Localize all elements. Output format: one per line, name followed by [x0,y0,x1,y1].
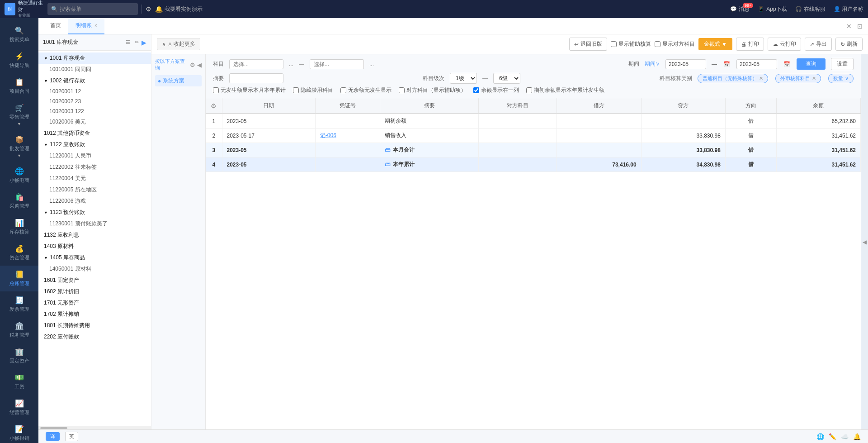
tree-item-1001[interactable]: ▼ 1001 库存现金 [38,52,151,64]
setting-btn[interactable]: 设置 [831,58,854,70]
system-scheme-item[interactable]: ● 系统方案 [155,75,202,86]
sidebar-item-wholesale[interactable]: 📦 批发管理 ▼ [0,131,38,162]
tree-item-1123[interactable]: ▼ 1123 预付账款 [38,207,151,218]
tag-quantity[interactable]: 数量 ∨ [828,74,854,83]
sidebar-item-assets[interactable]: 🏢 固定资产 [0,343,38,369]
tree-edit-icon[interactable]: ✏ [135,39,139,45]
checkbox-opening-balance[interactable]: 期初余额显示本年累计发生额 [526,86,604,94]
aux-checkbox-input[interactable] [611,41,617,47]
demo-link[interactable]: 🔔 我要看实例演示 [155,5,203,13]
col-settings-icon[interactable]: ⚙ [211,102,217,110]
show-opposite-checkbox[interactable]: 显示对方科目 [655,40,695,48]
sidebar-item-search[interactable]: 🔍 搜索菜单 [0,22,38,48]
tree-item-11220005[interactable]: 11220005 所在地区 [38,184,151,195]
sidebar-item-inventory[interactable]: 📊 库存核算 [0,214,38,240]
tag-foreign-close[interactable]: ✕ [812,76,816,81]
tag-normal-close[interactable]: ✕ [759,76,763,81]
print-btn[interactable]: 🖨 打印 [736,38,764,51]
tree-item-1801[interactable]: 1801 长期待摊费用 [38,320,151,331]
checkbox-hide-disabled[interactable]: 隐藏禁用科目 [293,86,333,94]
sidebar-item-quick-nav[interactable]: ⚡ 快捷导航 [0,48,38,73]
sidebar-item-fund[interactable]: 💰 资金管理 [0,240,38,266]
tag-normal[interactable]: 普通科目（无特殊核算） ✕ [698,74,768,83]
edit-icon[interactable]: ✏️ [829,433,836,440]
window-close-icon[interactable]: ✕ [845,22,853,31]
tab-close-btn[interactable]: × [94,23,97,28]
tree-item-10020006[interactable]: 10020006 美元 [38,116,151,128]
scroll-thumb[interactable] [40,427,67,429]
gold-format-btn[interactable]: 金额式 ▼ [698,38,732,50]
scheme-settings-icon[interactable]: ⚙ [190,62,195,68]
tree-item-11220004[interactable]: 11220004 美元 [38,173,151,184]
voucher-link-2[interactable]: 记-006 [320,132,336,138]
tree-item-1002[interactable]: ▼ 1002 银行存款 [38,75,151,86]
app-download-btn[interactable]: 📱 App下载 [758,5,787,13]
menu-search[interactable]: 🔍 搜索菜单 [47,3,138,15]
tree-item-1403[interactable]: 1403 原材料 [38,241,151,252]
sidebar-item-ops[interactable]: 📈 经营管理 [0,395,38,420]
tree-item-14050001[interactable]: 14050001 原材料 [38,263,151,275]
return-btn[interactable]: ↩ 退回旧版 [569,38,607,51]
query-btn[interactable]: 查询 [797,58,826,70]
checkbox-balance-one-col[interactable]: 余额显示在一列 [473,86,519,94]
right-edge-panel[interactable]: ◀ [861,54,868,429]
sidebar-item-purchase[interactable]: 🛍️ 采购管理 [0,188,38,214]
tree-item-1012[interactable]: 1012 其他货币资金 [38,128,151,139]
tree-item-1601[interactable]: 1601 固定资产 [38,275,151,286]
sidebar-item-ecommerce[interactable]: 🌐 小畅电商 [0,162,38,188]
sidebar-item-xiaochang[interactable]: 📝 小畅报销 [0,420,38,443]
tree-item-11230001[interactable]: 11230001 预付账款美了 [38,218,151,229]
sidebar-item-salary[interactable]: 💵 工资 [0,369,38,395]
opposite-checkbox-input[interactable] [655,41,660,47]
translate-btn[interactable]: 译 [46,432,60,441]
scheme-collapse-icon[interactable]: ◀ [197,62,202,68]
sidebar-item-tax[interactable]: 🏛️ 税务管理 [0,317,38,343]
calendar-icon2[interactable]: 📅 [783,61,790,67]
tree-config-icon[interactable]: ☰ [126,39,130,45]
sidebar-item-retail[interactable]: 🛒 零售管理 ▼ [0,99,38,131]
account-nav-btn[interactable]: ▶ [142,39,146,46]
tree-item-10020001[interactable]: 10020001 12 [38,86,151,96]
tree-item-1701[interactable]: 1701 无形资产 [38,297,151,309]
tree-item-10020003[interactable]: 10020003 122 [38,106,151,116]
show-aux-checkbox[interactable]: 显示辅助核算 [611,40,651,48]
checkbox-no-balance-show[interactable]: 无余额无发生显示 [340,86,392,94]
tree-item-10020002[interactable]: 10020002 23 [38,96,151,106]
export-btn[interactable]: ↗ 导出 [805,38,832,51]
online-service-btn[interactable]: 🎧 在线客服 [795,5,826,13]
level-end-select[interactable]: 6级5级4级 [493,73,520,84]
calendar-icon[interactable]: 📅 [723,61,730,67]
sidebar-item-ledger[interactable]: 📒 总账管理 [0,266,38,291]
expand-btn[interactable]: ∧ ∧ 收起更多 [157,38,200,50]
period-start-input[interactable] [665,59,706,69]
user-info[interactable]: 👤 用户名称 [834,5,863,13]
tree-item-10010001[interactable]: 10010001 同同同 [38,64,151,75]
tree-item-11220006[interactable]: 11220006 游戏 [38,195,151,207]
keji-input-end[interactable] [310,59,364,69]
level-start-select[interactable]: 1级2级3级 [450,73,477,84]
cloud-print-btn[interactable]: ☁ 云打印 [768,38,801,51]
summary-input[interactable] [229,73,283,83]
tab-detail[interactable]: 明细账 × [68,18,104,34]
tree-item-2202[interactable]: 2202 应付账款 [38,331,151,343]
tree-item-1405[interactable]: ▼ 1405 库存商品 [38,252,151,263]
bell-icon[interactable]: 🔔 [853,433,861,440]
tree-item-1602[interactable]: 1602 累计折旧 [38,286,151,297]
globe-icon[interactable]: 🌐 [816,433,824,440]
messages-btn[interactable]: 💬 消息 99+ [730,5,750,13]
keji-input[interactable] [229,59,283,69]
checkbox-no-balance[interactable]: 无发生额显示本月本年累计 [213,86,286,94]
tree-item-1702[interactable]: 1702 累计摊销 [38,309,151,320]
tree-item-11220002[interactable]: 11220002 往来标签 [38,162,151,173]
tab-home[interactable]: 首页 [43,18,68,34]
tree-item-1122[interactable]: ▼ 1122 应收账款 [38,139,151,150]
window-expand-icon[interactable]: ⊡ [856,22,863,31]
sidebar-item-invoice[interactable]: 🧾 发票管理 [0,291,38,317]
period-end-input[interactable] [736,59,777,69]
checkbox-opposite[interactable]: 对方科目（显示辅助项） [399,86,466,94]
settings-icon[interactable]: ⚙ [146,5,151,13]
tree-item-1132[interactable]: 1132 应收利息 [38,229,151,241]
cloud-save-icon[interactable]: ☁️ [841,433,849,440]
lang-btn[interactable]: 英 [65,432,78,441]
refresh-btn[interactable]: ↻ 刷新 [835,38,863,51]
